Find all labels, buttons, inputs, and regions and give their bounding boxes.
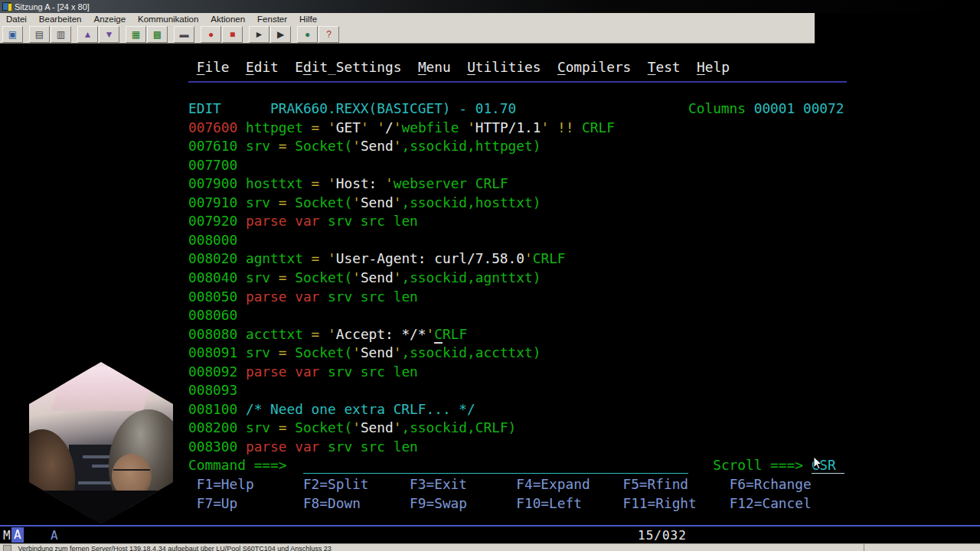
menu-utilities[interactable]: U <box>467 59 475 75</box>
spacer <box>286 457 302 473</box>
fkey-f1[interactable]: F1=Help <box>197 476 254 492</box>
spacer <box>451 59 467 75</box>
editor-line-008091-text: = <box>279 344 287 360</box>
oia-session-id: A <box>51 528 58 543</box>
menu-menu[interactable]: enu <box>426 59 451 75</box>
app-menubar: DateiBearbeitenAnzeigeKommunikationAktio… <box>0 13 815 26</box>
spacer <box>573 119 582 135</box>
editor-line-007910-text: ,ssockid,hosttxt) <box>401 194 541 210</box>
editor-line-007910: 007910 srv = Socket('Send',ssockid,hostt… <box>188 194 854 213</box>
menu-aktionen[interactable]: Aktionen <box>204 14 251 24</box>
menu-test[interactable]: T <box>648 59 656 75</box>
spacer <box>237 419 246 435</box>
spacer <box>188 495 197 511</box>
editor-line-007600-text: ' <box>377 119 385 135</box>
toolbar-stop-macro-icon[interactable]: ■ <box>222 26 243 43</box>
editor-line-007600-text: ' <box>467 119 475 135</box>
menu-kommunikation[interactable]: Kommunikation <box>132 14 204 24</box>
spacer <box>303 250 312 266</box>
fkey-f2[interactable]: F2=Split <box>303 476 369 492</box>
fkey-f3[interactable]: F3=Exit <box>410 476 467 492</box>
toolbar-step-macro-icon[interactable]: ▶ <box>270 26 291 43</box>
menu-edit[interactable]: E <box>246 59 254 75</box>
fkey-f7[interactable]: F7=Up <box>197 495 238 511</box>
spacer <box>237 439 246 455</box>
toolbar-paste-icon[interactable]: ▥ <box>51 26 71 43</box>
editor-line-007610-text: = <box>279 138 287 154</box>
spacer <box>582 495 623 511</box>
toolbar-help-icon[interactable]: ? <box>318 26 339 43</box>
toolbar-session-icon[interactable]: ▣ <box>2 26 23 43</box>
connection-statusbar: Verbindung zum fernen Server/Host 139.18… <box>0 543 980 551</box>
spacer <box>237 289 246 305</box>
menu-compilers[interactable]: ompilers <box>566 59 632 75</box>
editor-line-007610-text: Send <box>361 138 394 154</box>
fkey-f4[interactable]: F4=Expand <box>516 476 590 492</box>
spacer <box>803 457 812 473</box>
fkey-f9[interactable]: F9=Swap <box>410 495 467 511</box>
editor-line-007600-text: / <box>385 119 394 135</box>
toolbar-keyboard-setup-icon[interactable]: ▬ <box>174 26 194 43</box>
toolbar-receive-file-icon[interactable]: ▼ <box>99 26 119 43</box>
fkey-f6[interactable]: F6=Rchange <box>730 476 812 492</box>
toolbar-copy-icon[interactable]: ▤ <box>29 26 50 43</box>
fkey-f12[interactable]: F12=Cancel <box>730 495 812 511</box>
menu-edit-settings[interactable]: d <box>303 59 312 75</box>
menu-hilfe[interactable]: Hilfe <box>293 14 323 24</box>
editor-line-008091-text: ' <box>352 344 361 360</box>
editor-line-008300: 008300 parse var srv src len <box>188 438 854 457</box>
spacer <box>459 119 467 135</box>
menu-edit[interactable]: dit <box>254 59 279 75</box>
menu-menu[interactable]: M <box>418 59 426 75</box>
fkey-f5[interactable]: F5=Rfind <box>622 476 688 492</box>
spacer <box>237 119 246 135</box>
menu-help[interactable]: elp <box>705 59 730 75</box>
fkey-f10[interactable]: F10=Left <box>516 495 582 511</box>
editor-line-008080: 008080 accttxt = 'Accept: */*'CRLF <box>188 325 854 344</box>
menu-utilities[interactable]: tilities <box>475 59 541 75</box>
editor-line-007600-text: = <box>312 119 320 135</box>
menu-help[interactable]: H <box>697 59 705 75</box>
spacer <box>401 59 417 75</box>
spacer <box>697 495 730 511</box>
menu-datei[interactable]: Datei <box>0 14 33 24</box>
toolbar-globe-icon[interactable]: ● <box>297 26 318 43</box>
spacer <box>287 344 296 360</box>
editor-line-008200-text: ' <box>394 419 402 435</box>
toolbar-color-setup-icon[interactable]: ▩ <box>147 26 168 43</box>
editor-line-007900-text: ' <box>328 175 336 191</box>
menu-bearbeiten[interactable]: Bearbeiten <box>33 14 88 24</box>
spacer <box>516 100 688 116</box>
menu-anzeige[interactable]: Anzeige <box>87 14 132 24</box>
fkey-f11[interactable]: F11=Right <box>622 495 696 511</box>
menu-test[interactable]: est <box>655 59 680 75</box>
fkey-f8[interactable]: F8=Down <box>303 495 361 511</box>
editor-line-007910-text: srv <box>246 194 270 210</box>
spacer <box>541 59 557 75</box>
menu-compilers[interactable]: C <box>557 59 566 75</box>
toolbar-display-setup-icon[interactable]: ▦ <box>126 26 146 43</box>
scroll-mode-field[interactable] <box>836 457 844 474</box>
spacer <box>230 59 246 75</box>
editor-line-008092-text: parse <box>246 364 287 380</box>
spacer <box>688 457 713 473</box>
menu-edit-settings[interactable]: E <box>295 59 303 75</box>
toolbar-record-macro-icon[interactable]: ● <box>201 26 221 43</box>
menu-fenster[interactable]: Fenster <box>251 14 293 24</box>
spacer <box>270 269 279 285</box>
editor-line-008300-text: var <box>295 439 319 455</box>
toolbar-play-macro-icon[interactable]: ► <box>249 26 270 43</box>
menu-file[interactable]: ile <box>204 59 229 75</box>
menu-file[interactable]: F <box>197 59 205 75</box>
spacer <box>286 364 295 380</box>
editor-line-008200-text: ,ssockid,CRLF) <box>401 419 516 435</box>
menu-edit-settings[interactable]: it_Settings <box>312 59 402 75</box>
action-bar: File Edit Edit_Settings Menu Utilities C… <box>188 58 854 77</box>
toolbar-send-file-icon[interactable]: ▲ <box>77 26 98 43</box>
editor-line-007600-text: ' <box>328 119 336 135</box>
command-input[interactable] <box>303 457 688 474</box>
spacer <box>237 213 246 229</box>
editor-line-008100-text: /* Need one extra CRLF... */ <box>246 401 475 417</box>
editor-line-008092-text: var <box>295 364 319 380</box>
spacer <box>287 138 296 154</box>
